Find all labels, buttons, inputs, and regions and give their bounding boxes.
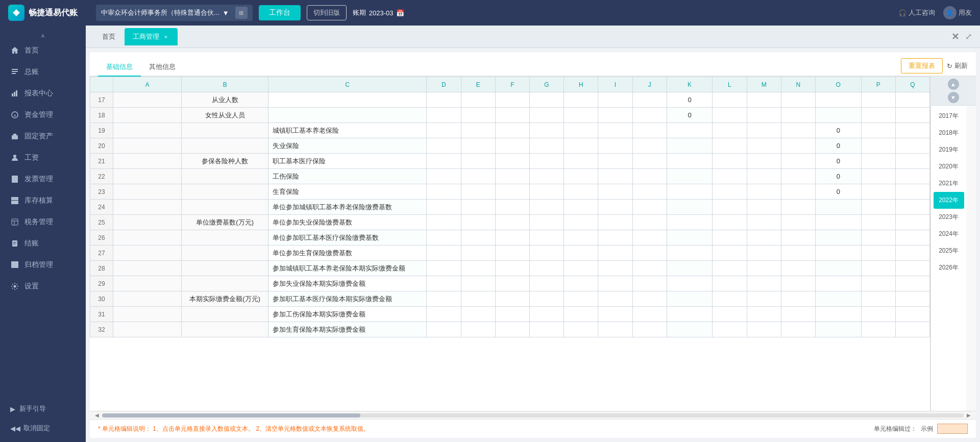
sidebar-item-invoice[interactable]: 发票管理 xyxy=(0,168,86,190)
spreadsheet-main[interactable]: A B C D E F G H I J xyxy=(90,77,930,411)
cell-b[interactable] xyxy=(182,322,268,337)
cell-l[interactable] xyxy=(713,307,747,322)
year-item[interactable]: 2026年 xyxy=(934,259,964,276)
cell-k[interactable] xyxy=(667,138,713,154)
cell-h[interactable] xyxy=(564,169,598,184)
cell-e[interactable] xyxy=(461,261,495,276)
cell-i[interactable] xyxy=(598,154,632,169)
sidebar-item-reports[interactable]: 报表中心 xyxy=(0,83,86,104)
cell-b[interactable] xyxy=(182,230,268,245)
cell-l[interactable] xyxy=(713,169,747,184)
cell-k[interactable] xyxy=(667,215,713,230)
cell-k[interactable] xyxy=(667,169,713,184)
cell-k[interactable] xyxy=(667,184,713,200)
cell-e[interactable] xyxy=(461,200,495,215)
sidebar-cancel-fix[interactable]: ◀◀ 取消固定 xyxy=(0,419,86,438)
refresh-button[interactable]: ↻ 刷新 xyxy=(947,61,968,70)
cell-o[interactable]: 0 xyxy=(815,154,861,169)
sidebar-new-user[interactable]: ▶ 新手引导 xyxy=(0,399,86,419)
cell-f[interactable] xyxy=(495,245,529,261)
cell-p[interactable] xyxy=(861,245,895,261)
cell-e[interactable] xyxy=(461,230,495,245)
cell-o[interactable] xyxy=(815,230,861,245)
cell-d[interactable] xyxy=(427,307,461,322)
cell-i[interactable] xyxy=(598,322,632,337)
cell-p[interactable] xyxy=(861,138,895,154)
cell-a[interactable] xyxy=(113,154,181,169)
cell-m[interactable] xyxy=(747,154,781,169)
year-item[interactable]: 2018年 xyxy=(934,125,964,141)
calendar-icon[interactable]: 📅 xyxy=(396,9,404,17)
cell-e[interactable] xyxy=(461,169,495,184)
cell-f[interactable] xyxy=(495,169,529,184)
cell-g[interactable] xyxy=(529,307,564,322)
cell-p[interactable] xyxy=(861,276,895,291)
cell-p[interactable] xyxy=(861,154,895,169)
cell-k[interactable] xyxy=(667,307,713,322)
scroll-left-btn[interactable]: ◀ xyxy=(92,411,102,420)
cell-h[interactable] xyxy=(564,108,598,123)
cell-c[interactable] xyxy=(268,108,427,123)
cell-m[interactable] xyxy=(747,138,781,154)
cell-j[interactable] xyxy=(632,322,667,337)
sub-tab-other[interactable]: 其他信息 xyxy=(141,58,184,77)
year-item[interactable]: 2020年 xyxy=(934,158,964,175)
company-settings-icon[interactable]: ⊞ xyxy=(235,7,248,19)
cell-o[interactable]: 0 xyxy=(815,169,861,184)
cell-i[interactable] xyxy=(598,245,632,261)
cell-o[interactable] xyxy=(815,261,861,276)
cell-q[interactable] xyxy=(895,169,929,184)
cell-n[interactable] xyxy=(781,261,815,276)
cell-g[interactable] xyxy=(529,291,564,307)
cell-g[interactable] xyxy=(529,138,564,154)
cell-m[interactable] xyxy=(747,184,781,200)
cell-j[interactable] xyxy=(632,123,667,138)
tab-commerce[interactable]: 工商管理 × xyxy=(125,28,178,45)
cell-n[interactable] xyxy=(781,230,815,245)
cell-l[interactable] xyxy=(713,154,747,169)
cell-i[interactable] xyxy=(598,276,632,291)
cell-l[interactable] xyxy=(713,276,747,291)
cell-j[interactable] xyxy=(632,261,667,276)
cell-a[interactable] xyxy=(113,138,181,154)
cell-n[interactable] xyxy=(781,322,815,337)
sidebar-item-ledger[interactable]: 总账 xyxy=(0,61,86,83)
cell-j[interactable] xyxy=(632,245,667,261)
cell-l[interactable] xyxy=(713,245,747,261)
cell-g[interactable] xyxy=(529,200,564,215)
cell-g[interactable] xyxy=(529,92,564,108)
cell-p[interactable] xyxy=(861,169,895,184)
cell-j[interactable] xyxy=(632,230,667,245)
sidebar-item-close[interactable]: 结账 xyxy=(0,233,86,254)
cell-g[interactable] xyxy=(529,245,564,261)
cell-d[interactable] xyxy=(427,261,461,276)
service-button[interactable]: 🎧 人工咨询 xyxy=(898,8,935,17)
cell-e[interactable] xyxy=(461,307,495,322)
cell-f[interactable] xyxy=(495,291,529,307)
cell-m[interactable] xyxy=(747,108,781,123)
cell-e[interactable] xyxy=(461,291,495,307)
cell-p[interactable] xyxy=(861,92,895,108)
cell-m[interactable] xyxy=(747,291,781,307)
year-item[interactable]: 2019年 xyxy=(934,141,964,158)
cell-c[interactable]: 单位参加失业保险缴费基数 xyxy=(268,215,427,230)
cell-b[interactable]: 女性从业人员 xyxy=(182,108,268,123)
cell-d[interactable] xyxy=(427,154,461,169)
cell-m[interactable] xyxy=(747,200,781,215)
cell-b[interactable] xyxy=(182,276,268,291)
cell-d[interactable] xyxy=(427,169,461,184)
cell-h[interactable] xyxy=(564,245,598,261)
cell-q[interactable] xyxy=(895,215,929,230)
cell-f[interactable] xyxy=(495,276,529,291)
cell-d[interactable] xyxy=(427,230,461,245)
cell-h[interactable] xyxy=(564,261,598,276)
cell-d[interactable] xyxy=(427,184,461,200)
cell-m[interactable] xyxy=(747,261,781,276)
year-item[interactable]: 2021年 xyxy=(934,175,964,192)
cell-q[interactable] xyxy=(895,92,929,108)
cell-e[interactable] xyxy=(461,184,495,200)
cell-a[interactable] xyxy=(113,123,181,138)
cell-k[interactable] xyxy=(667,230,713,245)
cell-m[interactable] xyxy=(747,322,781,337)
cell-a[interactable] xyxy=(113,276,181,291)
